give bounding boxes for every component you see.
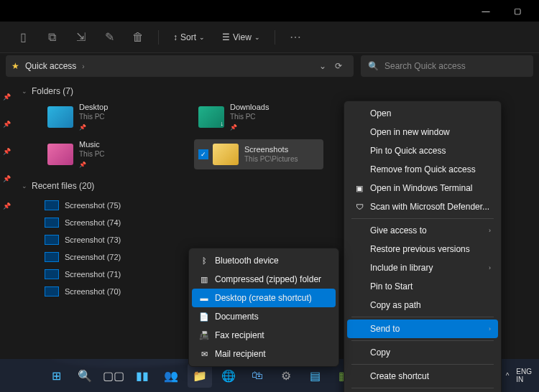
menu-item[interactable]: Include in library› [347, 258, 498, 277]
task-view-button[interactable]: ▢▢ [101, 363, 126, 388]
system-tray[interactable]: ^ ENG IN [506, 368, 532, 383]
breadcrumb[interactable]: ★ Quick access › ⌄ ⟳ [6, 55, 354, 77]
folder-item[interactable]: ✓ScreenshotsThis PC\Pictures [194, 139, 323, 169]
breadcrumb-location: Quick access [25, 61, 76, 71]
file-name: Screenshot (71) [65, 270, 121, 279]
pin-icon[interactable]: 📌 [3, 202, 11, 210]
chevron-down-icon[interactable]: ⌄ [319, 61, 326, 71]
chevron-right-icon: › [82, 62, 84, 70]
folder-name: Desktop [79, 102, 108, 112]
menu-item[interactable]: Copy as path [347, 296, 498, 314]
menu-item[interactable]: Open [347, 104, 498, 123]
view-icon: ☰ [222, 32, 230, 42]
folder-name: Screenshots [244, 144, 298, 154]
pin-icon[interactable]: 📌 [3, 175, 11, 182]
image-file-icon [45, 252, 59, 262]
menu-item[interactable]: ✉Mail recipient [192, 345, 336, 363]
menu-item[interactable]: Create shortcut [347, 367, 498, 386]
menu-item[interactable]: 📠Fax recipient [192, 326, 336, 345]
search-button[interactable]: 🔍 [73, 363, 97, 388]
delete-icon[interactable]: 🗑 [126, 26, 149, 49]
menu-item-icon: ᛒ [199, 256, 209, 265]
app-icon[interactable]: ▤ [303, 363, 327, 388]
edge-icon[interactable]: 🌐 [216, 363, 241, 388]
checkbox-icon[interactable]: ✓ [198, 149, 208, 159]
pin-icon: 📌 [79, 123, 108, 133]
separator [158, 30, 159, 45]
context-menu[interactable]: OpenOpen in new windowPin to Quick acces… [344, 101, 502, 392]
more-button[interactable]: ⋯ [284, 26, 307, 49]
file-name: Screenshot (75) [65, 201, 121, 210]
sort-button[interactable]: ↕ Sort ⌄ [167, 29, 211, 45]
folder-icon: ↓ [198, 106, 224, 128]
folders-label: Folders (7) [32, 86, 73, 96]
menu-item[interactable]: Open in new window [347, 123, 498, 141]
minimize-button[interactable]: — [470, 0, 502, 22]
context-submenu-sendto[interactable]: ᛒBluetooth device▥Compressed (zipped) fo… [188, 248, 339, 367]
maximize-button[interactable]: ▢ [502, 0, 533, 22]
lang-line1: ENG [516, 368, 532, 375]
pin-icon[interactable]: 📌 [3, 148, 11, 155]
pin-icon: 📌 [79, 160, 105, 170]
menu-item-label: Copy [370, 347, 390, 358]
chevron-down-icon: ⌄ [254, 34, 260, 41]
view-label: View [233, 32, 252, 42]
menu-item[interactable]: Restore previous versions [347, 240, 498, 258]
menu-item[interactable]: ᛒBluetooth device [192, 251, 336, 270]
copy-icon[interactable]: ⧉ [40, 26, 63, 49]
paste-icon[interactable]: ⇲ [69, 26, 92, 49]
menu-item[interactable]: ▥Compressed (zipped) folder [192, 270, 336, 289]
menu-item[interactable]: Remove from Quick access [347, 160, 498, 179]
explorer-icon[interactable]: 📁 [188, 363, 212, 388]
search-box[interactable]: 🔍 Search Quick access [361, 55, 533, 77]
folder-item[interactable]: ↓DownloadsThis PC📌 [194, 102, 323, 132]
folder-item[interactable]: MusicThis PC📌 [43, 139, 172, 169]
menu-item-label: Give access to [370, 225, 427, 235]
pin-icon[interactable]: 📌 [3, 93, 11, 101]
folders-header[interactable]: ⌄ Folders (7) [22, 86, 530, 96]
menu-item-label: Scan with Microsoft Defender... [370, 202, 489, 212]
widgets-button[interactable]: ▮▮ [130, 363, 155, 388]
menu-item[interactable]: Pin to Quick access [347, 141, 498, 160]
menu-item-label: Desktop (create shortcut) [215, 293, 312, 303]
menu-item-label: Send to [370, 324, 400, 334]
menu-item[interactable]: Give access to› [347, 221, 498, 240]
menu-item[interactable]: ▬Desktop (create shortcut) [192, 289, 336, 307]
menu-item[interactable]: Pin to Start [347, 277, 498, 296]
chevron-right-icon: › [489, 227, 491, 234]
settings-icon[interactable]: ⚙ [274, 363, 298, 388]
chevron-right-icon: › [489, 325, 491, 332]
rename-icon[interactable]: ✎ [98, 26, 121, 49]
view-button[interactable]: ☰ View ⌄ [216, 29, 266, 45]
menu-item[interactable]: ▣Open in Windows Terminal [347, 179, 498, 197]
refresh-icon[interactable]: ⟳ [335, 61, 342, 71]
menu-item[interactable]: Send to› [347, 319, 498, 338]
menu-item-icon: ▣ [354, 184, 364, 193]
menu-separator [351, 340, 494, 341]
chevron-up-icon[interactable]: ^ [506, 372, 510, 380]
menu-item[interactable]: 📄Documents [192, 307, 336, 326]
folder-text: ScreenshotsThis PC\Pictures [244, 144, 298, 164]
chevron-right-icon: › [489, 264, 491, 271]
menu-item-label: Create shortcut [370, 371, 429, 381]
folder-sub: This PC [79, 112, 108, 122]
menu-item-label: Remove from Quick access [370, 164, 476, 174]
menu-item[interactable]: Copy [347, 343, 498, 362]
folder-item[interactable]: DesktopThis PC📌 [43, 102, 172, 132]
image-file-icon [45, 235, 59, 245]
menu-separator [351, 218, 494, 219]
teams-icon[interactable]: 👥 [159, 363, 183, 388]
menu-item-label: Compressed (zipped) folder [215, 274, 321, 284]
store-icon[interactable]: 🛍 [245, 363, 270, 388]
search-placeholder: Search Quick access [384, 61, 466, 71]
command-bar: ▯ ⧉ ⇲ ✎ 🗑 ↕ Sort ⌄ ☰ View ⌄ ⋯ [0, 22, 539, 53]
folder-text: MusicThis PC📌 [79, 139, 105, 170]
menu-item-icon: 📠 [199, 331, 209, 340]
start-button[interactable]: ⊞ [44, 363, 68, 388]
menu-item-label: Open in new window [370, 127, 450, 137]
sort-icon: ↕ [173, 32, 178, 42]
menu-item[interactable]: 🛡Scan with Microsoft Defender... [347, 197, 498, 216]
pin-icon[interactable]: 📌 [3, 121, 11, 128]
lang-line2: IN [516, 375, 532, 383]
new-icon[interactable]: ▯ [11, 26, 34, 49]
